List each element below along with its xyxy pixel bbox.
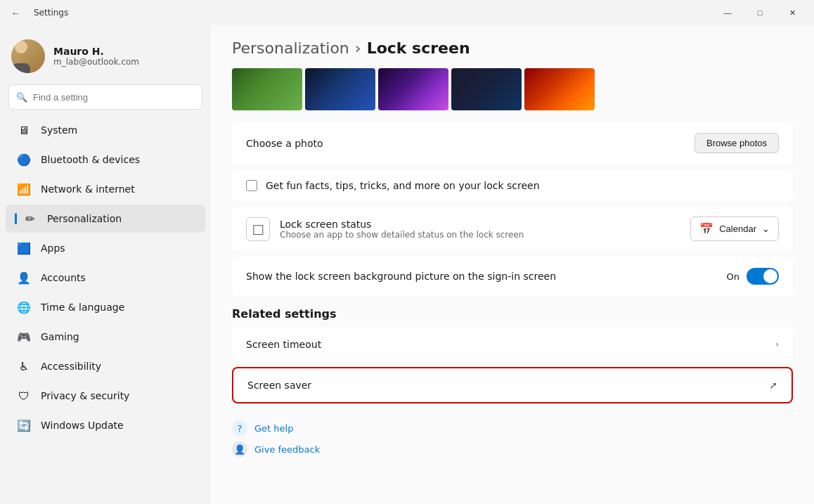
- give-feedback-icon: 👤: [232, 441, 247, 457]
- app-body: Mauro H. m_lab@outlook.com 🔍 🖥 System 🔵 …: [0, 25, 814, 504]
- lock-status-icon: □: [246, 217, 270, 241]
- breadcrumb: Personalization › Lock screen: [211, 25, 814, 68]
- sidebar-item-label: Gaming: [41, 331, 79, 342]
- screen-saver-label: Screen saver: [247, 380, 311, 391]
- apps-icon: 🟦: [17, 241, 31, 255]
- choose-photo-label: Choose a photo: [246, 138, 323, 149]
- sidebar-item-label: Windows Update: [41, 420, 124, 431]
- content-area: Choose a photo Browse photos Get fun fac…: [211, 68, 814, 463]
- bluetooth-icon: 🔵: [17, 153, 31, 167]
- user-info: Mauro H. m_lab@outlook.com: [53, 46, 139, 67]
- personalization-icon: ✏️: [23, 212, 37, 226]
- fun-facts-label: Get fun facts, tips, tricks, and more on…: [266, 180, 540, 191]
- sidebar-item-label: Personalization: [47, 213, 122, 224]
- sidebar-item-network[interactable]: 📶 Network & internet: [6, 175, 205, 203]
- wallpaper-thumb-2[interactable]: [305, 68, 375, 110]
- sidebar-item-label: Time & language: [41, 302, 124, 313]
- breadcrumb-parent: Personalization: [232, 39, 349, 57]
- get-help-icon: ?: [232, 420, 247, 436]
- lock-status-title: Lock screen status: [280, 219, 524, 230]
- time-icon: 🌐: [17, 300, 31, 314]
- choose-photo-row: Choose a photo Browse photos: [232, 122, 793, 164]
- user-email: m_lab@outlook.com: [53, 57, 139, 67]
- user-section: Mauro H. m_lab@outlook.com: [0, 31, 211, 84]
- calendar-icon: 📅: [699, 222, 713, 235]
- titlebar-controls: — □ ✕: [711, 0, 808, 25]
- sidebar-item-system[interactable]: 🖥 System: [6, 116, 205, 144]
- lock-status-dropdown[interactable]: 📅 Calendar ⌄: [690, 217, 779, 241]
- fun-facts-checkbox[interactable]: [246, 180, 257, 191]
- sign-in-toggle-row: Show the lock screen background picture …: [232, 257, 793, 296]
- wallpaper-thumb-5[interactable]: [524, 68, 595, 110]
- lock-status-subtitle: Choose an app to show detailed status on…: [280, 230, 524, 240]
- screen-timeout-label: Screen timeout: [246, 339, 321, 350]
- search-box[interactable]: 🔍: [8, 84, 202, 110]
- network-icon: 📶: [17, 182, 31, 196]
- sidebar-item-windows-update[interactable]: 🔄 Windows Update: [6, 411, 205, 439]
- search-icon: 🔍: [16, 92, 27, 103]
- give-feedback-link[interactable]: 👤 Give feedback: [232, 441, 793, 457]
- avatar: [11, 39, 45, 73]
- sidebar-item-time[interactable]: 🌐 Time & language: [6, 293, 205, 321]
- avatar-head: [15, 41, 27, 53]
- sidebar-item-personalization[interactable]: ✏️ Personalization: [6, 205, 205, 233]
- lock-status-row: □ Lock screen status Choose an app to sh…: [232, 207, 793, 251]
- sidebar-item-accessibility[interactable]: ♿ Accessibility: [6, 352, 205, 380]
- wallpaper-thumb-4[interactable]: [451, 68, 522, 110]
- main-content: Personalization › Lock screen Choose a p…: [211, 25, 814, 504]
- lock-status-left: □ Lock screen status Choose an app to sh…: [246, 217, 524, 241]
- browse-photos-button[interactable]: Browse photos: [695, 133, 779, 153]
- sidebar-item-label: System: [41, 124, 77, 136]
- system-icon: 🖥: [17, 123, 31, 137]
- active-indicator: [15, 213, 17, 224]
- sidebar-item-label: Accounts: [41, 272, 86, 283]
- screen-saver-row[interactable]: Screen saver ➚: [232, 367, 793, 403]
- gaming-icon: 🎮: [17, 330, 31, 344]
- sidebar-item-label: Apps: [41, 243, 65, 254]
- sidebar-item-label: Network & internet: [41, 183, 135, 195]
- get-help-label: Get help: [254, 423, 293, 434]
- lock-status-text: Lock screen status Choose an app to show…: [280, 219, 524, 240]
- fun-facts-row: Get fun facts, tips, tricks, and more on…: [232, 170, 793, 201]
- window-title: Settings: [34, 8, 68, 18]
- user-name: Mauro H.: [53, 46, 139, 57]
- wallpaper-thumb-3[interactable]: [378, 68, 448, 110]
- sidebar: Mauro H. m_lab@outlook.com 🔍 🖥 System 🔵 …: [0, 25, 211, 504]
- avatar-image: [11, 39, 45, 73]
- sign-in-toggle-label: Show the lock screen background picture …: [246, 271, 556, 282]
- breadcrumb-current: Lock screen: [367, 39, 470, 57]
- sidebar-item-label: Accessibility: [41, 361, 101, 372]
- avatar-body: [12, 63, 30, 73]
- chevron-down-icon: ⌄: [762, 224, 770, 234]
- maximize-button[interactable]: □: [744, 0, 776, 25]
- sidebar-item-privacy[interactable]: 🛡 Privacy & security: [6, 382, 205, 410]
- search-input[interactable]: [33, 92, 195, 103]
- windows-update-icon: 🔄: [17, 418, 31, 432]
- toggle-state-label: On: [727, 271, 739, 282]
- titlebar-left: ← Settings: [6, 3, 68, 22]
- sidebar-item-accounts[interactable]: 👤 Accounts: [6, 264, 205, 292]
- help-section: ? Get help 👤 Give feedback: [232, 409, 793, 463]
- wallpaper-thumbnails: [232, 68, 793, 110]
- related-settings-title: Related settings: [232, 307, 793, 321]
- breadcrumb-separator: ›: [355, 39, 361, 57]
- toggle-knob: [763, 269, 777, 283]
- sidebar-item-label: Bluetooth & devices: [41, 154, 140, 165]
- sidebar-item-apps[interactable]: 🟦 Apps: [6, 234, 205, 262]
- get-help-link[interactable]: ? Get help: [232, 420, 793, 436]
- dropdown-value: Calendar: [719, 224, 756, 234]
- back-button[interactable]: ←: [6, 3, 25, 22]
- minimize-button[interactable]: —: [711, 0, 744, 25]
- related-settings-section: Related settings Screen timeout › Screen…: [232, 307, 793, 403]
- privacy-icon: 🛡: [17, 389, 31, 403]
- toggle-right: On: [727, 268, 779, 285]
- close-button[interactable]: ✕: [776, 0, 808, 25]
- wallpaper-thumb-1[interactable]: [232, 68, 302, 110]
- sidebar-item-gaming[interactable]: 🎮 Gaming: [6, 323, 205, 351]
- accounts-icon: 👤: [17, 271, 31, 285]
- sidebar-item-bluetooth[interactable]: 🔵 Bluetooth & devices: [6, 146, 205, 174]
- sign-in-toggle[interactable]: [747, 268, 779, 285]
- screen-timeout-row[interactable]: Screen timeout ›: [232, 328, 793, 361]
- external-link-icon: ➚: [769, 380, 777, 391]
- sidebar-item-label: Privacy & security: [41, 390, 129, 401]
